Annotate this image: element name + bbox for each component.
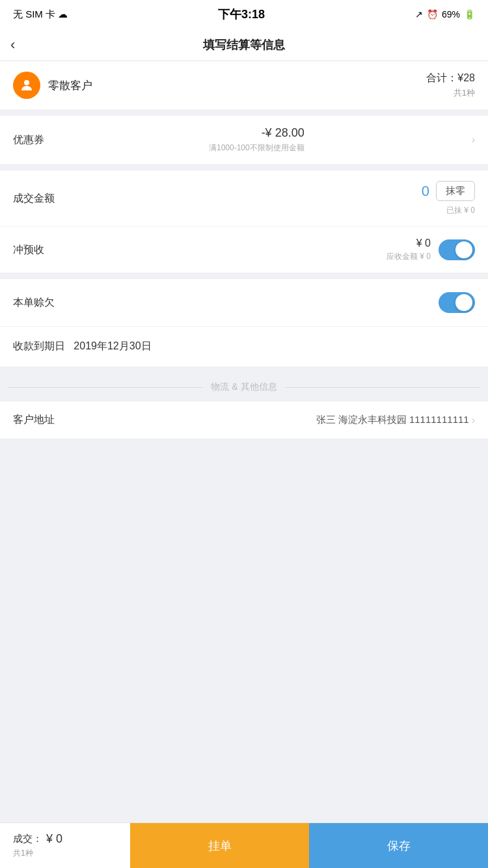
- address-chevron-icon: ›: [472, 414, 475, 426]
- bottom-bar: 成交： ¥ 0 共1种 挂单 保存: [0, 822, 488, 868]
- prepay-toggle[interactable]: [439, 239, 475, 260]
- coupon-label: 优惠券: [13, 133, 44, 147]
- address-section[interactable]: 客户地址 张三 海淀永丰科技园 11111111111 ›: [0, 401, 488, 439]
- location-icon: ↗: [415, 9, 423, 20]
- customer-count: 共1种: [426, 87, 475, 99]
- prepay-values: ¥ 0 应收金额 ¥ 0: [386, 237, 431, 262]
- prepay-right: ¥ 0 应收金额 ¥ 0: [386, 237, 475, 262]
- divider-2: [0, 164, 488, 170]
- credit-toggle-knob: [455, 294, 472, 311]
- customer-name: 零散客户: [48, 78, 92, 93]
- battery-icon: 🔋: [464, 9, 475, 20]
- coupon-desc: 满1000-100不限制使用金额: [209, 142, 305, 154]
- no-sim-text: 无 SIM 卡 ☁: [13, 8, 68, 21]
- coupon-row[interactable]: 优惠券 -¥ 28.00 满1000-100不限制使用金额 ›: [0, 116, 488, 164]
- status-right: ↗ ⏰ 69% 🔋: [415, 9, 475, 20]
- bottom-deal-amount: ¥ 0: [46, 832, 62, 846]
- bottom-info: 成交： ¥ 0 共1种: [0, 823, 130, 868]
- credit-label: 本单赊欠: [13, 296, 55, 310]
- coupon-right: -¥ 28.00 满1000-100不限制使用金额: [209, 126, 305, 154]
- page-title: 填写结算等信息: [203, 37, 285, 53]
- divider-1: [0, 109, 488, 116]
- customer-right: 合计：¥28 共1种: [426, 72, 475, 99]
- back-button[interactable]: ‹: [10, 36, 15, 53]
- nav-bar: ‹ 填写结算等信息: [0, 29, 488, 61]
- bottom-deal-label: 成交：: [13, 833, 42, 845]
- address-label: 客户地址: [13, 413, 55, 427]
- status-bar: 无 SIM 卡 ☁ 下午3:18 ↗ ⏰ 69% 🔋: [0, 0, 488, 29]
- logistics-divider: 物流 & 其他信息: [0, 373, 488, 401]
- transaction-sub: 已抹 ¥ 0: [446, 205, 475, 216]
- round-button[interactable]: 抹零: [436, 181, 475, 201]
- prepay-row: 冲预收 ¥ 0 应收金额 ¥ 0: [0, 227, 488, 273]
- bottom-count: 共1种: [13, 848, 117, 859]
- status-time: 下午3:18: [218, 7, 265, 22]
- coupon-section: 优惠券 -¥ 28.00 满1000-100不限制使用金额 ›: [0, 116, 488, 164]
- logistics-label: 物流 & 其他信息: [211, 381, 277, 393]
- customer-total: 合计：¥28: [426, 72, 475, 85]
- prepay-amount: ¥ 0: [386, 237, 431, 249]
- due-date-value: 2019年12月30日: [74, 340, 151, 351]
- status-left: 无 SIM 卡 ☁: [13, 8, 68, 21]
- due-date-text: 收款到期日 2019年12月30日: [13, 340, 152, 351]
- alarm-icon: ⏰: [427, 9, 438, 20]
- coupon-chevron-icon: ›: [472, 134, 475, 146]
- transaction-section: 成交金额 0 抹零 已抹 ¥ 0 冲预收 ¥ 0 应收金额 ¥ 0: [0, 170, 488, 273]
- customer-left: 零散客户: [13, 72, 92, 99]
- logistics-line-left: [8, 387, 203, 388]
- coupon-amount: -¥ 28.00: [209, 126, 305, 140]
- transaction-value: 0: [422, 183, 429, 200]
- transaction-label: 成交金额: [13, 192, 55, 206]
- customer-avatar: [13, 72, 40, 99]
- credit-row: 本单赊欠: [0, 279, 488, 326]
- divider-4: [0, 366, 488, 373]
- content: 零散客户 合计：¥28 共1种 优惠券 -¥ 28.00 满1000-100不限…: [0, 61, 488, 491]
- prepay-label: 冲预收: [13, 243, 44, 257]
- credit-toggle[interactable]: [439, 292, 475, 313]
- prepay-receivable: 应收金额 ¥ 0: [386, 251, 431, 262]
- logistics-line-right: [285, 387, 480, 388]
- svg-point-0: [24, 80, 29, 85]
- credit-section: 本单赊欠 收款到期日 2019年12月30日: [0, 279, 488, 366]
- transaction-row: 成交金额 0 抹零 已抹 ¥ 0: [0, 170, 488, 227]
- due-date-label: 收款到期日: [13, 340, 65, 351]
- toggle-knob: [455, 241, 472, 258]
- hold-button[interactable]: 挂单: [130, 823, 309, 868]
- address-value: 张三 海淀永丰科技园 11111111111: [65, 414, 469, 426]
- battery-text: 69%: [442, 9, 460, 20]
- customer-section: 零散客户 合计：¥28 共1种: [0, 61, 488, 109]
- bottom-deal: 成交： ¥ 0: [13, 832, 117, 846]
- due-date-section: 收款到期日 2019年12月30日: [0, 326, 488, 366]
- save-button[interactable]: 保存: [309, 823, 488, 868]
- divider-3: [0, 273, 488, 279]
